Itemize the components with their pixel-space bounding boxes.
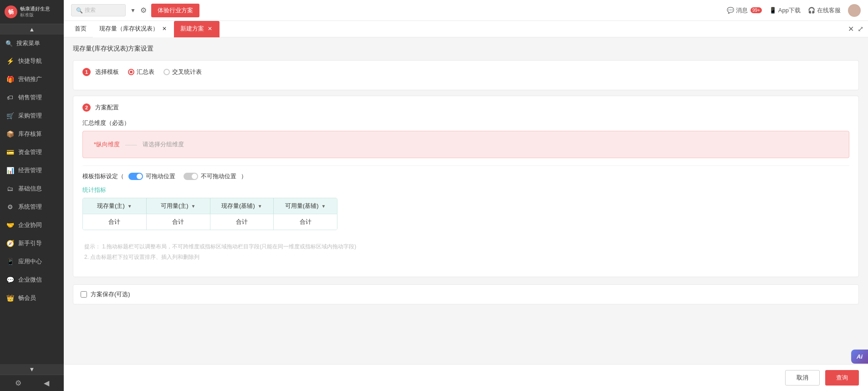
header-gear-button[interactable]: ⚙	[140, 6, 147, 15]
dimension-section-label: 汇总维度（必选）	[82, 119, 849, 127]
sidebar-item-guide[interactable]: 🧭 新手引导	[0, 234, 64, 252]
sidebar-item-marketing[interactable]: 🎁 营销推广	[0, 70, 64, 88]
online-service-button[interactable]: 🎧 在线客服	[808, 6, 841, 15]
toggle-non-draggable-switch[interactable]	[184, 173, 198, 180]
stats-body-available-main: 合计	[147, 214, 210, 230]
cancel-button[interactable]: 取消	[785, 370, 820, 386]
radio-summary-label: 汇总表	[137, 68, 154, 76]
header-dropdown-button[interactable]: ▼	[130, 7, 136, 14]
sidebar: 畅 畅康通好生意 标准版 ▲ 🔍 搜索菜单 ⚡ 快捷导航 🎁 营销推广 🏷 销售…	[0, 0, 64, 391]
stats-col-main-stock[interactable]: 现存量(主) ▼	[83, 198, 147, 214]
dimension-area[interactable]: *纵向维度 —— 请选择分组维度	[82, 131, 849, 158]
sidebar-item-label: 经营管理	[18, 166, 42, 175]
sidebar-item-app-center[interactable]: 📱 应用中心	[0, 252, 64, 271]
sidebar-item-purchase[interactable]: 🛒 采购管理	[0, 107, 64, 125]
sidebar-item-member[interactable]: 👑 畅会员	[0, 289, 64, 307]
sidebar-item-system[interactable]: ⚙ 系统管理	[0, 198, 64, 216]
header-right: 💬 消息 99+ 📱 App下载 🎧 在线客服	[727, 4, 861, 17]
app-download-button[interactable]: 📱 App下载	[769, 6, 801, 15]
sidebar-item-search[interactable]: 🔍 搜索菜单	[0, 35, 64, 52]
step2-label: 方案配置	[95, 103, 119, 112]
sidebar-item-label: 系统管理	[18, 203, 42, 211]
stats-col-aux-stock[interactable]: 现存量(基辅) ▼	[210, 198, 274, 214]
toggle-non-draggable[interactable]: 不可拖动位置	[184, 172, 236, 180]
toggle-draggable[interactable]: 可拖动位置	[128, 172, 175, 180]
system-icon: ⚙	[5, 202, 15, 211]
tab-close-window-button[interactable]: ✕	[848, 25, 854, 33]
page-content: 现存量(库存状况表)方案设置 1 选择模板 汇总表 交叉统计表	[64, 37, 868, 364]
main-area: 🔍 搜索 ▼ ⚙ 体验行业方案 💬 消息 99+ 📱 App下载 🎧 在线客服	[64, 0, 868, 391]
operations-icon: 📊	[5, 166, 15, 175]
stats-body-available-aux: 合计	[274, 214, 337, 230]
tab-new-plan[interactable]: 新建方案 ✕	[174, 21, 220, 37]
stats-table: 现存量(主) ▼ 可用量(主) ▼ 现存量(基辅) ▼ 可用量(基辅) ▼	[82, 198, 337, 230]
radio-cross[interactable]: 交叉统计表	[163, 68, 202, 76]
step1-card: 1 选择模板 汇总表 交叉统计表	[73, 60, 859, 90]
tab-maximize-button[interactable]: ⤢	[858, 25, 863, 33]
stats-table-header: 现存量(主) ▼ 可用量(主) ▼ 现存量(基辅) ▼ 可用量(基辅) ▼	[83, 198, 337, 214]
message-button[interactable]: 💬 消息 99+	[727, 6, 762, 15]
dimension-vertical-label: *纵向维度	[94, 140, 120, 149]
radio-cross-label: 交叉统计表	[172, 68, 202, 76]
tab-inventory-status[interactable]: 现存量（库存状况表） ✕	[93, 21, 174, 37]
stats-section-label: 统计指标	[82, 186, 849, 194]
step1-header: 1 选择模板 汇总表 交叉统计表	[82, 68, 849, 76]
radio-summary-dot	[128, 69, 134, 75]
col-available-aux-chevron: ▼	[322, 204, 326, 209]
headset-icon: 🎧	[808, 7, 815, 14]
ai-float-button[interactable]: Ai	[851, 350, 868, 364]
experience-industry-button[interactable]: 体验行业方案	[151, 4, 199, 17]
sidebar-item-label: 快捷导航	[18, 57, 42, 65]
step2-header: 2 方案配置	[82, 103, 849, 112]
sidebar-item-label: 新手引导	[18, 239, 42, 247]
sidebar-item-enterprise[interactable]: 🤝 企业协同	[0, 216, 64, 234]
sales-icon: 🏷	[5, 93, 15, 102]
sidebar-item-quick-nav[interactable]: ⚡ 快捷导航	[0, 52, 64, 70]
save-checkbox[interactable]	[81, 291, 87, 298]
online-service-label: 在线客服	[817, 6, 841, 15]
dimension-placeholder: 请选择分组维度	[143, 140, 184, 149]
sidebar-item-label: 畅会员	[18, 294, 36, 302]
tab-home[interactable]: 首页	[68, 21, 93, 37]
save-option-label: 方案保存(可选)	[91, 290, 130, 298]
stats-col-available-aux[interactable]: 可用量(基辅) ▼	[274, 198, 337, 214]
finance-icon: 💳	[5, 148, 15, 157]
stats-col-available-main[interactable]: 可用量(主) ▼	[147, 198, 210, 214]
phone-icon: 📱	[769, 7, 776, 14]
settings-button[interactable]: ⚙	[15, 379, 21, 387]
logo-icon: 畅	[5, 5, 17, 18]
user-avatar[interactable]	[848, 4, 861, 17]
tab-new-plan-close[interactable]: ✕	[207, 26, 213, 32]
step1-badge: 1	[82, 68, 91, 76]
tab-actions: ✕ ⤢	[848, 25, 863, 33]
sidebar-scroll-down[interactable]: ▼	[0, 364, 64, 375]
sidebar-scroll-up[interactable]: ▲	[0, 24, 64, 35]
sidebar-item-operations[interactable]: 📊 经营管理	[0, 161, 64, 180]
logo-sub-text: 标准版	[20, 12, 50, 18]
step2-badge: 2	[82, 103, 91, 112]
sidebar-item-sales[interactable]: 🏷 销售管理	[0, 88, 64, 107]
quick-nav-icon: ⚡	[5, 57, 15, 66]
header-search-bar[interactable]: 🔍 搜索	[71, 4, 126, 16]
basic-info-icon: 🗂	[5, 184, 15, 193]
sidebar-item-inventory[interactable]: 📦 库存核算	[0, 125, 64, 143]
tab-inventory-close[interactable]: ✕	[161, 26, 168, 32]
stats-body-main-stock: 合计	[83, 214, 147, 230]
guide-icon: 🧭	[5, 239, 15, 248]
purchase-icon: 🛒	[5, 111, 15, 120]
collapse-button[interactable]: ◀	[44, 379, 49, 387]
logo-main-text: 畅康通好生意	[20, 5, 50, 12]
tip-item-1: 提示： 1.拖动标题栏可以调整布局，不可跨维度或指标区域拖动栏目字段(只能在同一…	[82, 243, 849, 251]
indicator-close: ）	[241, 172, 247, 180]
sidebar-item-label: 采购管理	[18, 112, 42, 120]
message-label: 消息	[736, 6, 748, 15]
radio-summary[interactable]: 汇总表	[128, 68, 154, 76]
query-button[interactable]: 查询	[825, 370, 859, 386]
toggle-draggable-switch[interactable]	[128, 173, 143, 180]
sidebar-item-label: 销售管理	[18, 93, 42, 102]
sidebar-item-wechat[interactable]: 💬 企业微信	[0, 271, 64, 289]
sidebar-item-basic-info[interactable]: 🗂 基础信息	[0, 180, 64, 198]
sidebar-item-finance[interactable]: 💳 资金管理	[0, 143, 64, 161]
search-icon: 🔍	[76, 7, 83, 14]
stats-table-body: 合计 合计 合计 合计	[83, 214, 337, 230]
